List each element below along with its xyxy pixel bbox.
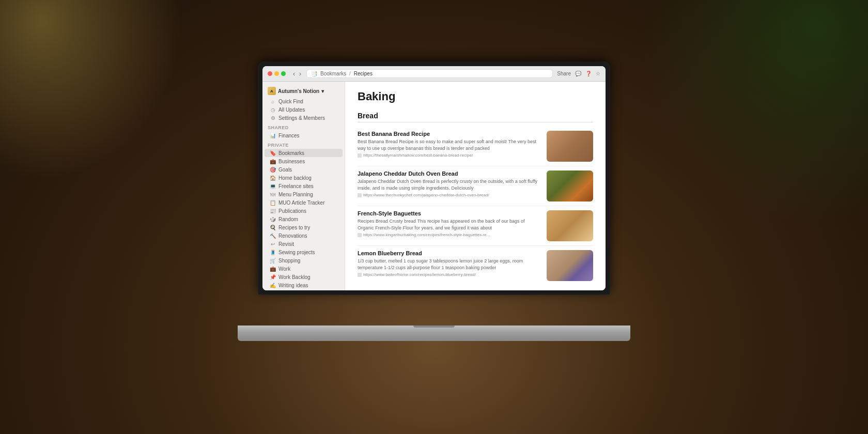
recipe-desc: Recipes Bread Crusty bread This recipe h…	[358, 218, 540, 231]
random-icon: 🎲	[270, 216, 276, 222]
search-icon: ⌕	[270, 98, 276, 104]
sidebar-item-businesses[interactable]: 💼 Businesses	[265, 157, 343, 165]
home-icon: 🏠	[270, 175, 276, 181]
sidebar-item-label: Bookmarks	[278, 150, 304, 156]
lamp-glow	[0, 0, 207, 207]
sidebar-item-revisit[interactable]: ↩ Revisit	[265, 240, 343, 248]
recipe-title: Jalapeno Cheddar Dutch Oven Bread	[358, 171, 540, 177]
bookmark-icon: 🔖	[270, 150, 276, 156]
laptop-hinge	[413, 326, 455, 328]
sidebar-item-work-backlog[interactable]: 📌 Work Backlog	[265, 273, 343, 281]
sidebar-item-finances[interactable]: 📊 Finances	[265, 131, 343, 140]
renovations-icon: 🔨	[270, 233, 276, 239]
sidebar-item-home-backlog[interactable]: 🏠 Home backlog	[265, 174, 343, 182]
recipe-card-jalapeno[interactable]: Jalapeno Cheddar Dutch Oven Bread Jalape…	[358, 166, 593, 206]
sidebar-item-settings[interactable]: ⚙ Settings & Members	[265, 114, 343, 122]
tracker-icon: 📋	[270, 199, 276, 206]
workspace-selector[interactable]: A Autumn's Notion ▾	[262, 85, 345, 97]
browser-actions: Share 💬 ❓ ☆	[557, 71, 600, 76]
recipe-card-banana-bread[interactable]: Best Banana Bread Recipe Best Banana Bre…	[358, 127, 593, 166]
section-label-shared: SHARED	[262, 122, 345, 131]
recipe-desc: Best Banana Bread Recipe is so easy to m…	[358, 138, 540, 151]
businesses-icon: 💼	[270, 158, 276, 164]
recipe-desc: Jalapeno Cheddar Dutch Oven Bread is per…	[358, 178, 540, 191]
minimize-button[interactable]	[274, 71, 279, 76]
share-label[interactable]: Share	[557, 71, 571, 76]
maximize-button[interactable]	[281, 71, 286, 76]
sidebar-item-label: Renovations	[278, 233, 307, 239]
finances-icon: 📊	[270, 132, 276, 138]
sidebar-item-label: Sewing projects	[278, 250, 315, 255]
laptop: ‹ › 📑 Bookmarks / Recipes Share 💬 ❓ ☆	[238, 62, 630, 341]
revisit-icon: ↩	[270, 241, 276, 247]
sidebar-item-random[interactable]: 🎲 Random	[265, 215, 343, 223]
sidebar-item-label: Home backlog	[278, 175, 312, 181]
workspace-name: Autumn's Notion	[278, 88, 319, 94]
work-backlog-icon: 📌	[270, 274, 276, 280]
browser-chrome: ‹ › 📑 Bookmarks / Recipes Share 💬 ❓ ☆	[262, 66, 606, 82]
sidebar-item-publications[interactable]: 📰 Publications	[265, 207, 343, 215]
sidebar-item-goals[interactable]: 🎯 Goals	[265, 165, 343, 174]
breadcrumb-bookmarks: Bookmarks	[320, 71, 346, 76]
sidebar-item-quick-find[interactable]: ⌕ Quick Find	[265, 97, 343, 105]
recipe-info: Best Banana Bread Recipe Best Banana Bre…	[358, 131, 540, 162]
url-text: https://www.thechunkychef.com/jalapeno-c…	[363, 193, 489, 197]
recipe-info: French-Style Baguettes Recipes Bread Cru…	[358, 210, 540, 241]
sidebar-item-shopping[interactable]: 🛒 Shopping	[265, 256, 343, 265]
page-title: Baking	[358, 90, 593, 103]
sidebar-item-work[interactable]: 💼 Work	[265, 265, 343, 273]
favicon-icon: 📑	[311, 71, 317, 76]
workspace-icon: A	[268, 87, 276, 95]
sewing-icon: 🧵	[270, 249, 276, 255]
menu-icon: 🍽	[270, 191, 276, 197]
sidebar-item-label: Random	[278, 216, 298, 222]
sidebar-item-freelance-sites[interactable]: 💻 Freelance sites	[265, 182, 343, 190]
sidebar-item-label: MUO Article Tracker	[278, 200, 324, 206]
url-icon	[358, 273, 362, 277]
recipe-image-jalapeno	[547, 171, 593, 202]
sidebar-item-menu-planning[interactable]: 🍽 Menu Planning	[265, 190, 343, 198]
sidebar-item-label: Work	[278, 266, 290, 272]
plant-shadow	[610, 0, 868, 258]
recipe-title: Best Banana Bread Recipe	[358, 131, 540, 137]
recipe-url: https://www.kingarthurbaking.com/recipes…	[358, 233, 540, 237]
traffic-lights	[268, 71, 286, 76]
address-bar[interactable]: 📑 Bookmarks / Recipes	[306, 69, 553, 78]
comment-icon[interactable]: 💬	[575, 71, 581, 76]
sidebar-item-muo-tracker[interactable]: 📋 MUO Article Tracker	[265, 198, 343, 207]
breadcrumb-separator: /	[349, 71, 351, 76]
sidebar-item-label: Menu Planning	[278, 192, 313, 197]
breadcrumb-recipes: Recipes	[354, 71, 373, 76]
recipe-info: Lemon Blueberry Bread 1/3 cup butter, me…	[358, 250, 540, 281]
sidebar-item-bookmarks[interactable]: 🔖 Bookmarks	[265, 149, 343, 157]
url-icon	[358, 233, 362, 237]
laptop-screen: ‹ › 📑 Bookmarks / Recipes Share 💬 ❓ ☆	[258, 62, 610, 295]
sidebar-item-label: Publications	[278, 208, 306, 214]
forward-button[interactable]: ›	[298, 70, 302, 78]
app-content: A Autumn's Notion ▾ ⌕ Quick Find ◷ All U…	[262, 82, 606, 290]
sidebar-item-label: All Updates	[278, 107, 305, 113]
sidebar-item-label: Freelance sites	[278, 183, 314, 189]
url-icon	[358, 153, 362, 158]
sidebar-item-all-updates[interactable]: ◷ All Updates	[265, 105, 343, 114]
sidebar-item-writing-ideas[interactable]: ✍ Writing ideas	[265, 281, 343, 289]
recipe-card-blueberry[interactable]: Lemon Blueberry Bread 1/3 cup butter, me…	[358, 246, 593, 285]
close-button[interactable]	[268, 71, 272, 76]
sidebar-item-recipes-to-try[interactable]: 🍳 Recipes to try	[265, 223, 343, 231]
help-icon[interactable]: ❓	[585, 71, 592, 76]
star-icon[interactable]: ☆	[596, 71, 600, 76]
sidebar-item-sewing[interactable]: 🧵 Sewing projects	[265, 248, 343, 256]
recipe-image-blueberry	[547, 250, 593, 281]
recipe-desc: 1/3 cup butter, melted 1 cup sugar 3 tab…	[358, 258, 540, 271]
sidebar-item-renovations[interactable]: 🔨 Renovations	[265, 231, 343, 240]
recipe-url: https://www.tasteofhome.com/recipes/lemo…	[358, 272, 540, 277]
sidebar-item-label: Goals	[278, 167, 292, 173]
recipe-info: Jalapeno Cheddar Dutch Oven Bread Jalape…	[358, 171, 540, 202]
sidebar-item-label: Recipes to try	[278, 225, 310, 230]
recipe-url: https://thesaltymarshmallow.com/best-ban…	[358, 153, 540, 158]
back-button[interactable]: ‹	[292, 70, 296, 78]
recipe-card-baguettes[interactable]: French-Style Baguettes Recipes Bread Cru…	[358, 206, 593, 246]
sidebar-item-label: Shopping	[278, 258, 300, 264]
laptop-base	[238, 326, 630, 341]
sidebar-item-label: Settings & Members	[278, 115, 325, 121]
